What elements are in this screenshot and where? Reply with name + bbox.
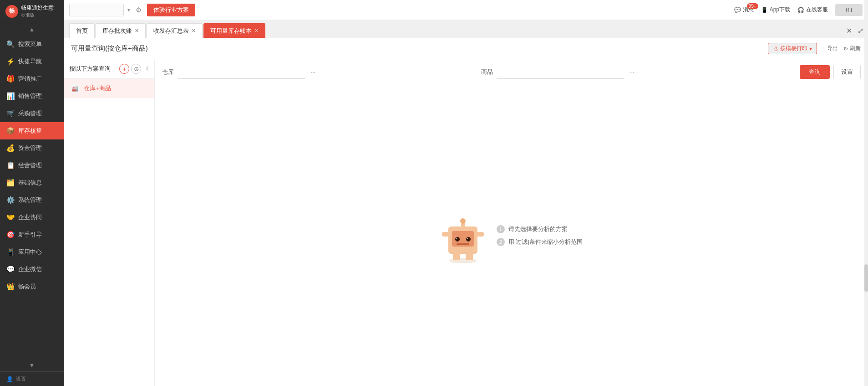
empty-illustration [440,213,486,258]
goods-filter-group: 商品 ··· [481,65,793,79]
purchase-icon: 🛒 [6,109,15,118]
svg-rect-8 [442,232,449,237]
tab-batch-close[interactable]: ✕ [135,28,139,34]
step1-number: 1 [497,225,505,233]
right-scrollbar[interactable] [864,0,868,386]
sidebar-item-enterprise[interactable]: 🤝企业协同 [0,209,64,226]
scroll-down-btn[interactable]: ▼ [0,359,64,371]
sidebar-label-system: 系统管理 [18,196,42,204]
warehouse-more-icon[interactable]: ··· [309,67,318,77]
sidebar-item-basic-info[interactable]: 🗂️基础信息 [0,174,64,191]
scheme-item-label: 仓库+商品 [84,84,111,93]
sidebar-item-member[interactable]: 👑畅会员 [0,278,64,295]
content-area: 按以下方案查询 + ⊙ 《 🏭 仓库+商品 仓库 ··· [64,59,868,386]
warehouse-input[interactable] [178,65,305,79]
sidebar-label-enterprise: 企业协同 [18,213,42,221]
member-icon: 👑 [6,283,15,291]
export-btn[interactable]: ↑ 导出 [822,45,838,52]
messages-btn[interactable]: 💬 消息 99+ [734,6,754,14]
sidebar-nav: 🔍搜索菜单⚡快捷导航🎁营销推广📊销售管理🛒采购管理📦库存核算💰资金管理📋经营管理… [0,36,64,359]
step2-text: 用[过滤]条件来缩小分析范围 [508,238,583,246]
refresh-icon: ↻ [843,46,848,52]
sidebar-item-purchase[interactable]: 🛒采购管理 [0,105,64,122]
svg-rect-9 [477,232,484,237]
industry-btn[interactable]: 体验行业方案 [147,4,195,16]
tab-home-label: 首页 [76,27,88,35]
tab-available[interactable]: 可用量库存账本 ✕ [203,23,265,38]
sidebar-label-finance: 资金管理 [18,144,42,152]
sidebar-item-operations[interactable]: 📋经营管理 [0,157,64,174]
tab-batch[interactable]: 库存批次账 ✕ [96,23,146,38]
sidebar-item-onboarding[interactable]: 🎯新手引导 [0,226,64,243]
print-btn-label: 按模板打印 [780,45,807,52]
export-icon: ↑ [822,46,825,52]
tab-home[interactable]: 首页 [69,23,95,38]
messages-badge: 99+ [747,3,758,9]
sidebar-header: 畅 畅康通好生意 标准版 [0,0,64,23]
app-download-btn[interactable]: 📱 App下载 [761,6,790,14]
user-avatar[interactable]: Rit [835,4,863,16]
goods-input[interactable] [497,65,624,79]
refresh-btn[interactable]: ↻ 刷新 [843,45,861,52]
sidebar-item-wechat[interactable]: 💬企业微信 [0,261,64,278]
page-header: 可用量查询(按仓库+商品) 🖨 按模板打印 ▾ ↑ 导出 ↻ 刷新 [64,38,868,59]
dropdown-arrow-icon[interactable]: ▾ [127,7,130,13]
sidebar-item-search[interactable]: 🔍搜索菜单 [0,36,64,53]
sidebar-item-app-center[interactable]: 📱应用中心 [0,243,64,261]
search-icon: 🔍 [6,40,15,48]
refresh-label: 刷新 [850,45,861,52]
sidebar-label-quick-nav: 快捷导航 [18,57,42,66]
step2-number: 2 [497,238,505,246]
tab-summary-close[interactable]: ✕ [192,28,196,34]
topbar-right: 💬 消息 99+ 📱 App下载 🎧 在线客服 Rit [734,4,863,16]
sidebar-label-inventory: 库存核算 [18,127,42,135]
collapse-panel-icon[interactable]: 《 [143,65,149,73]
scroll-up-btn[interactable]: ▲ [0,23,64,36]
empty-text: 1 请先选择要分析的方案 2 用[过滤]条件来缩小分析范围 [497,225,583,246]
message-icon: 💬 [734,7,741,13]
sidebar-label-wechat: 企业微信 [18,265,42,273]
sidebar-label-sales: 销售管理 [18,92,42,100]
print-dropdown-icon[interactable]: ▾ [809,46,812,52]
close-tab-icon[interactable]: ✕ [845,26,853,36]
empty-content: 1 请先选择要分析的方案 2 用[过滤]条件来缩小分析范围 [440,213,583,258]
headset-icon: 🎧 [797,7,804,13]
right-panel: 仓库 ··· 商品 ··· 查询 设置 [155,59,868,386]
query-btn[interactable]: 查询 [800,65,830,79]
sidebar-item-finance[interactable]: 💰资金管理 [0,139,64,157]
expand-icon[interactable]: ⤢ [857,26,864,36]
svg-rect-10 [453,253,460,260]
sidebar-item-system[interactable]: ⚙️系统管理 [0,191,64,209]
tab-summary[interactable]: 收发存汇总表 ✕ [147,23,203,38]
goods-more-icon[interactable]: ··· [628,67,637,77]
page-title: 可用量查询(按仓库+商品) [71,44,148,53]
app-logo: 畅 [5,5,18,18]
sidebar-item-inventory[interactable]: 📦库存核算 [0,122,64,139]
sidebar-label-marketing: 营销推广 [18,75,42,83]
add-scheme-btn[interactable]: + [119,64,129,74]
marketing-icon: 🎁 [6,75,15,83]
scrollbar-thumb[interactable] [864,264,868,292]
svg-point-4 [466,237,471,242]
left-panel: 按以下方案查询 + ⊙ 《 🏭 仓库+商品 [64,59,155,386]
scheme-settings-btn[interactable]: ⊙ [131,64,141,74]
quick-nav-icon: ⚡ [6,57,15,66]
sidebar-item-marketing[interactable]: 🎁营销推广 [0,70,64,87]
settings-icon[interactable]: ⚙ [134,4,143,16]
tab-available-label: 可用量库存账本 [210,27,252,35]
sidebar-item-quick-nav[interactable]: ⚡快捷导航 [0,53,64,70]
warehouse-filter-group: 仓库 ··· [162,65,474,79]
tab-available-close[interactable]: ✕ [254,28,259,34]
service-btn[interactable]: 🎧 在线客服 [797,6,828,14]
app-name-group: 畅康通好生意 标准版 [21,5,54,18]
sidebar-item-sales[interactable]: 📊销售管理 [0,87,64,105]
warehouse-label: 仓库 [162,68,174,76]
logo-char: 畅 [9,7,15,15]
sidebar-bottom-item[interactable]: 👤 设置 [0,371,64,386]
column-settings-btn[interactable]: 设置 [833,65,861,79]
scheme-item-warehouse-goods[interactable]: 🏭 仓库+商品 [64,79,154,98]
svg-point-7 [460,218,466,224]
step1-text: 请先选择要分析的方案 [508,225,568,233]
print-btn[interactable]: 🖨 按模板打印 ▾ [768,43,817,54]
search-input[interactable] [69,4,124,16]
